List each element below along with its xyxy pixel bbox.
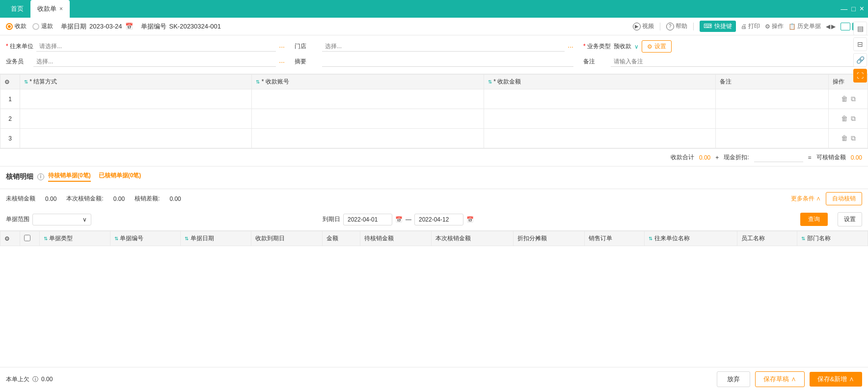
video-btn[interactable]: ▶ 视频 — [633, 22, 654, 30]
help-btn[interactable]: ? 帮助 — [666, 22, 687, 30]
radio-refund[interactable]: 退款 — [32, 22, 53, 30]
bottom-col-discount: 折扣分摊额 — [514, 231, 585, 246]
copy-icon[interactable]: ⧉ — [851, 95, 856, 103]
select-all-checkbox[interactable] — [24, 235, 30, 241]
account-cell[interactable] — [252, 89, 484, 109]
radio-receipt[interactable]: 收款 — [6, 22, 27, 30]
remark-cell[interactable] — [716, 109, 829, 129]
col-pay-method-header: ⇅ * 结算方式 — [20, 75, 252, 89]
plus-label: + — [715, 154, 719, 161]
store-input[interactable] — [322, 41, 565, 52]
pay-method-cell[interactable] — [20, 89, 252, 109]
operation-btn[interactable]: ⚙ 操作 — [765, 22, 784, 30]
equal-label: = — [808, 154, 812, 161]
account-cell[interactable] — [252, 129, 484, 148]
pay-method-cell[interactable] — [20, 129, 252, 148]
total-label: 收款合计 — [671, 153, 694, 162]
range-field: 单据范围 ∨ — [6, 214, 313, 225]
this-doc-value: 0.00 — [41, 376, 53, 383]
sidebar-table-icon[interactable]: ▤ — [853, 22, 867, 35]
completed-tab[interactable]: 已核销单据(0笔) — [99, 171, 141, 182]
print-btn[interactable]: 🖨 打印 — [741, 22, 760, 30]
discount-label: 现金折扣: — [724, 153, 749, 162]
unwritten-label: 未核销金额 — [6, 195, 35, 203]
tab-receipt-close[interactable]: × — [59, 5, 63, 12]
end-date-icon[interactable]: 📅 — [466, 216, 474, 223]
diff-label: 核销差额: — [135, 195, 160, 203]
save-new-label: 保存&新增 ∧ — [817, 375, 854, 384]
save-new-btn[interactable]: 保存&新增 ∧ — [810, 372, 862, 387]
nav-next-btn[interactable]: ▶ — [831, 23, 836, 30]
save-draft-btn[interactable]: 保存草稿 ∧ — [755, 371, 805, 387]
pending-tab[interactable]: 待核销单据(0笔) — [48, 171, 91, 182]
diff-value: 0.00 — [169, 196, 181, 202]
nav-prev-btn[interactable]: ◀ — [826, 23, 830, 30]
date-label: 单据日期 — [61, 22, 86, 31]
shortcut-icon: ⌨ — [704, 23, 712, 29]
delete-icon[interactable]: 🗑 — [841, 134, 848, 142]
remark-input[interactable] — [611, 56, 862, 67]
col-amount-header: ⇅ * 收款金额 — [484, 75, 715, 89]
window-minimize-btn[interactable]: — — [841, 5, 847, 13]
bottom-col-checkbox[interactable] — [20, 231, 40, 246]
business-type-label: 业务类型 — [583, 42, 611, 51]
writeoff-info-icon[interactable]: i — [37, 173, 44, 180]
tab-home[interactable]: 首页 — [4, 0, 30, 18]
summary-input[interactable] — [322, 56, 573, 67]
settings-btn[interactable]: ⚙ 设置 — [642, 40, 672, 53]
action-cell: 🗑 ⧉ — [829, 89, 868, 109]
sidebar-expand-icon[interactable]: ⛶ — [853, 69, 867, 83]
shortcut-btn[interactable]: ⌨ 快捷键 — [700, 21, 736, 32]
bottom-col-settings[interactable]: ⚙ — [0, 231, 20, 246]
store-field: 门店 ··· — [295, 41, 573, 52]
counterparty-more-btn[interactable]: ··· — [279, 43, 285, 51]
range-select-arrow: ∨ — [82, 216, 87, 223]
amount-cell[interactable] — [484, 89, 715, 109]
range-select[interactable]: ∨ — [32, 214, 91, 225]
this-doc-info-icon[interactable]: ⓘ — [32, 375, 38, 384]
col-settings-header[interactable]: ⚙ — [0, 75, 20, 89]
more-conditions-btn[interactable]: 更多条件 ∧ — [791, 195, 821, 203]
discount-input[interactable] — [754, 153, 803, 162]
counterparty-field: 往来单位 ··· — [6, 41, 285, 52]
layout-list-icon[interactable] — [841, 23, 850, 30]
staff-input[interactable] — [33, 56, 276, 67]
end-date-input[interactable] — [414, 214, 463, 225]
business-type-chevron[interactable]: ∨ — [634, 43, 639, 50]
sidebar-list-icon[interactable]: ⊟ — [853, 37, 867, 51]
writeoff-tabs: 待核销单据(0笔) 已核销单据(0笔) — [48, 171, 141, 182]
abandon-btn[interactable]: 放弃 — [717, 371, 750, 387]
form-area: 往来单位 ··· 门店 ··· 业务类型 预收款 ∨ ⚙ 设置 业务员 — [0, 35, 868, 74]
amount-cell[interactable] — [484, 109, 715, 129]
account-cell[interactable] — [252, 109, 484, 129]
sidebar-link-icon[interactable]: 🔗 — [853, 53, 867, 67]
pay-method-cell[interactable] — [20, 109, 252, 129]
summary-row: 收款合计 0.00 + 现金折扣: = 可核销金额 0.00 — [0, 149, 868, 167]
bottom-col-sales-order: 销售订单 — [585, 231, 645, 246]
copy-icon[interactable]: ⧉ — [851, 134, 856, 142]
date-calendar-icon[interactable]: 📅 — [125, 23, 133, 30]
remark-cell[interactable] — [716, 129, 829, 148]
store-more-btn[interactable]: ··· — [568, 43, 573, 51]
table-row: 1 🗑 ⧉ — [0, 89, 868, 109]
search-setting-btn[interactable]: 设置 — [838, 212, 862, 226]
window-close-btn[interactable]: × — [860, 4, 864, 13]
staff-more-btn[interactable]: ··· — [279, 58, 285, 66]
delete-icon[interactable]: 🗑 — [841, 95, 848, 103]
auto-writeoff-btn[interactable]: 自动核销 — [826, 192, 862, 205]
remark-cell[interactable] — [716, 89, 829, 109]
tab-home-label: 首页 — [11, 4, 24, 13]
query-btn[interactable]: 查询 — [800, 213, 828, 226]
start-date-input[interactable] — [343, 214, 392, 225]
start-date-icon[interactable]: 📅 — [395, 216, 403, 223]
counterparty-input[interactable] — [36, 41, 276, 52]
delete-icon[interactable]: 🗑 — [841, 114, 848, 123]
history-btn[interactable]: 📋 历史单据 — [788, 22, 821, 30]
tab-receipt[interactable]: 收款单 × — [30, 0, 70, 18]
copy-icon[interactable]: ⧉ — [851, 114, 856, 123]
window-maximize-btn[interactable]: □ — [851, 5, 855, 13]
toolbar: 收款 退款 单据日期 2023-03-24 📅 单据编号 SK-20230324… — [0, 18, 868, 35]
amount-cell[interactable] — [484, 129, 715, 148]
bottom-col-amount: 金额 — [322, 231, 360, 246]
bottom-col-duedate: 收款到期日 — [251, 231, 322, 246]
